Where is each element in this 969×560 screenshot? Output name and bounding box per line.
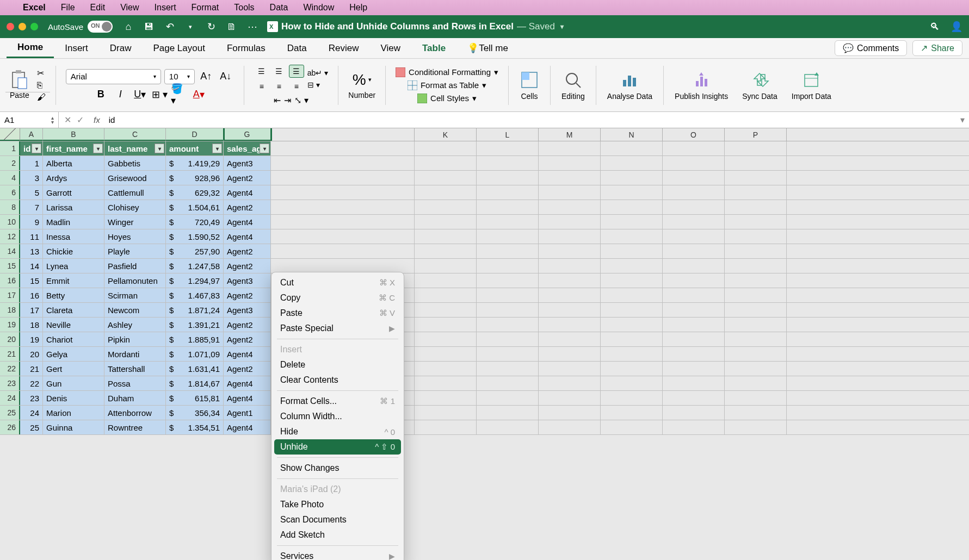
cell[interactable] xyxy=(601,141,663,155)
filter-dropdown-icon[interactable]: ▾ xyxy=(93,144,103,153)
formula-input[interactable]: id xyxy=(104,115,956,125)
table-header-cell[interactable]: sales_age▾ xyxy=(224,141,271,155)
row-header[interactable]: 26 xyxy=(0,420,20,434)
cell[interactable]: Garrott xyxy=(43,185,104,200)
cell[interactable]: Attenborrow xyxy=(104,406,166,420)
cell[interactable] xyxy=(539,229,601,244)
context-menu-item[interactable]: Copy⌘ C xyxy=(271,290,404,306)
context-menu-item[interactable]: Hide^ 0 xyxy=(271,424,404,439)
cell[interactable] xyxy=(725,259,787,273)
cell[interactable] xyxy=(601,362,663,376)
cell[interactable] xyxy=(271,141,415,155)
col-header-P[interactable]: P xyxy=(725,128,787,141)
cell[interactable]: Scirman xyxy=(104,288,166,302)
cell[interactable] xyxy=(539,376,601,390)
autosave-toggle[interactable]: AutoSave xyxy=(48,21,113,33)
menu-insert[interactable]: Insert xyxy=(147,3,184,13)
cell[interactable] xyxy=(477,215,539,229)
align-middle-icon[interactable]: ☰ xyxy=(271,65,287,78)
cell[interactable]: Lynea xyxy=(43,259,104,273)
cell[interactable]: $1.885,91 xyxy=(166,332,224,346)
cell[interactable] xyxy=(415,259,477,273)
cell[interactable]: Larissa xyxy=(43,200,104,214)
cell[interactable] xyxy=(601,318,663,332)
cell[interactable] xyxy=(477,244,539,258)
cell[interactable] xyxy=(415,229,477,244)
cell[interactable]: 14 xyxy=(20,259,43,273)
row-header[interactable]: 25 xyxy=(0,406,20,420)
cell[interactable] xyxy=(663,156,725,170)
cell[interactable] xyxy=(725,332,787,346)
cell[interactable]: $1.590,52 xyxy=(166,229,224,244)
cell[interactable]: $1.504,61 xyxy=(166,200,224,214)
minimize-button[interactable] xyxy=(18,23,26,30)
cell[interactable]: Inessa xyxy=(43,229,104,244)
cell[interactable] xyxy=(601,244,663,258)
copy-icon[interactable]: ⎘ xyxy=(37,80,46,90)
cell[interactable] xyxy=(601,215,663,229)
row-header[interactable]: 4 xyxy=(0,171,20,185)
comments-button[interactable]: 💬 Comments xyxy=(835,40,907,56)
cell[interactable]: 1 xyxy=(20,156,43,170)
cell[interactable]: Gert xyxy=(43,362,104,376)
redo-icon[interactable]: ↻ xyxy=(205,21,217,33)
increase-font-icon[interactable]: A↑ xyxy=(198,70,214,84)
context-menu-item[interactable]: Add Sketch xyxy=(271,527,404,543)
col-header-B[interactable]: B xyxy=(43,128,104,141)
cell[interactable]: Ardys xyxy=(43,171,104,185)
cell[interactable]: Newcom xyxy=(104,303,166,317)
cell[interactable]: Agent4 xyxy=(224,185,271,200)
cell[interactable] xyxy=(601,273,663,288)
align-top-icon[interactable]: ☰ xyxy=(254,65,269,78)
filter-dropdown-icon[interactable]: ▾ xyxy=(32,144,41,153)
cell[interactable] xyxy=(477,156,539,170)
cell[interactable] xyxy=(663,332,725,346)
account-icon[interactable]: 👤 xyxy=(951,21,962,33)
tab-table[interactable]: Table xyxy=(411,38,456,58)
col-header-D[interactable]: D xyxy=(166,128,224,141)
cell[interactable]: $257,90 xyxy=(166,244,224,258)
paste-button[interactable]: Paste xyxy=(10,70,29,99)
cell[interactable] xyxy=(663,318,725,332)
table-header-cell[interactable]: last_name▾ xyxy=(104,141,166,155)
row-header[interactable]: 2 xyxy=(0,156,20,170)
cell[interactable] xyxy=(415,376,477,390)
cell[interactable]: Chariot xyxy=(43,332,104,346)
accept-formula-icon[interactable]: ✓ xyxy=(77,115,84,125)
cell[interactable]: $720,49 xyxy=(166,215,224,229)
tab-data[interactable]: Data xyxy=(276,38,318,58)
cell[interactable] xyxy=(601,200,663,214)
cut-icon[interactable]: ✂ xyxy=(37,68,46,78)
context-menu-item[interactable]: Format Cells...⌘ 1 xyxy=(271,394,404,409)
cell[interactable] xyxy=(415,332,477,346)
cell[interactable] xyxy=(725,185,787,200)
cell[interactable]: Agent2 xyxy=(224,318,271,332)
cell[interactable] xyxy=(539,244,601,258)
cell[interactable] xyxy=(725,406,787,420)
cell[interactable] xyxy=(477,362,539,376)
cell[interactable]: $1.391,21 xyxy=(166,318,224,332)
more-icon[interactable]: ⋯ xyxy=(246,21,258,33)
cell[interactable] xyxy=(539,215,601,229)
cell[interactable]: Grisewood xyxy=(104,171,166,185)
tab-review[interactable]: Review xyxy=(318,38,370,58)
cell[interactable] xyxy=(415,200,477,214)
cell[interactable]: 11 xyxy=(20,229,43,244)
cell[interactable]: 16 xyxy=(20,288,43,302)
cell[interactable]: Agent4 xyxy=(224,215,271,229)
col-header-M[interactable]: M xyxy=(539,128,601,141)
toggle-switch[interactable] xyxy=(88,21,113,33)
context-menu-item[interactable]: Services▶ xyxy=(271,549,404,560)
cell[interactable] xyxy=(663,376,725,390)
cell[interactable]: Alberta xyxy=(43,156,104,170)
chevron-down-icon[interactable]: ▾ xyxy=(560,23,564,30)
tab-home[interactable]: Home xyxy=(7,38,54,58)
cell[interactable]: Agent2 xyxy=(224,362,271,376)
context-menu-item[interactable]: Show Changes xyxy=(271,461,404,476)
menu-view[interactable]: View xyxy=(113,3,146,13)
filter-dropdown-icon[interactable]: ▾ xyxy=(212,144,222,153)
cell[interactable]: Pasfield xyxy=(104,259,166,273)
conditional-formatting-button[interactable]: Conditional Formatting ▾ xyxy=(396,67,498,77)
cell[interactable] xyxy=(725,376,787,390)
cell[interactable] xyxy=(539,420,601,434)
